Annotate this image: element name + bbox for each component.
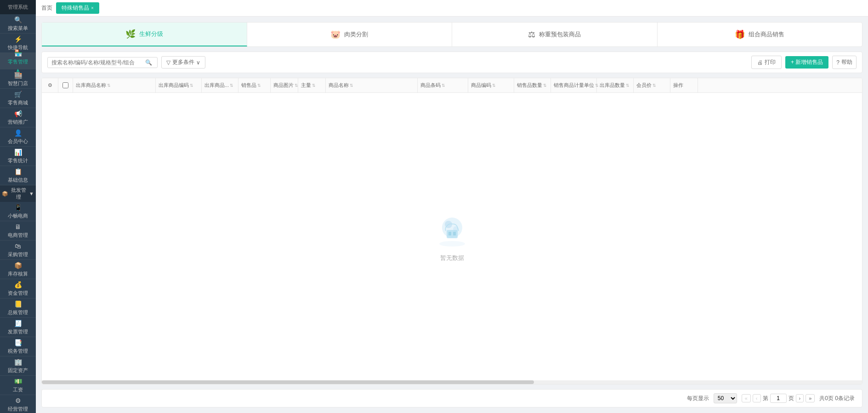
- th-goodscode-label: 商品编码: [471, 82, 491, 89]
- toolbar-left: 🔍 ▽ 更多条件 ∨: [47, 56, 205, 69]
- th-outcode-label: 出库商品编码: [159, 82, 189, 89]
- th-outcode[interactable]: 出库商品编码 ⇅: [156, 78, 202, 92]
- th-memberprice[interactable]: 会员价 ⇅: [634, 78, 670, 92]
- page-navigation: « ‹ 第 页 › »: [742, 394, 815, 403]
- sidebar-item-wholesale[interactable]: 📦 批发管理 ▼: [0, 185, 36, 202]
- scrollbar-thumb[interactable]: [42, 380, 534, 384]
- th-saleprod-label: 销售品: [241, 82, 256, 89]
- tab-weight-label: 称重预包装商品: [539, 30, 581, 39]
- sidebar-item-smartshop[interactable]: 🏬 智慧门店: [0, 69, 36, 89]
- per-page-select[interactable]: 50 10 20 100: [714, 393, 737, 403]
- print-label: 打印: [765, 58, 776, 66]
- close-tab-icon[interactable]: ×: [91, 6, 94, 11]
- sidebar-item-retailmall[interactable]: 🛒 零售商城: [0, 89, 36, 108]
- th-goodscode[interactable]: 商品编码 ⇅: [468, 78, 514, 92]
- th-outsku[interactable]: 出库商品... ⇅: [202, 78, 238, 92]
- data-table: ⚙ 出库商品名称 ⇅ 出库商品编码 ⇅ 出库商品... ⇅: [41, 78, 862, 384]
- th-saleprod[interactable]: 销售品 ⇅: [238, 78, 271, 92]
- sidebar-item-label: 批发管理: [10, 187, 27, 201]
- th-checkbox[interactable]: [58, 78, 73, 92]
- page-number-input[interactable]: [770, 394, 787, 403]
- sidebar-item-retail[interactable]: 🏪 零售管理 ▲: [0, 53, 36, 69]
- tab-fresh[interactable]: 🌿 生鲜分级: [42, 23, 247, 46]
- sort-icon: ⇅: [107, 83, 111, 88]
- sidebar-item-ops[interactable]: ⚙ 经营管理: [0, 395, 36, 413]
- member-icon: 👤: [14, 129, 22, 137]
- sidebar-item-marketing[interactable]: 📢 营销推广: [0, 108, 36, 127]
- print-button[interactable]: 🖨 打印: [751, 56, 782, 69]
- sidebar-item-member[interactable]: 👤 会员中心: [0, 127, 36, 147]
- th-weight[interactable]: 主量 ⇅: [298, 78, 326, 92]
- sidebar-item-invoice[interactable]: 🧾 发票管理: [0, 318, 36, 337]
- sidebar-item-label: 采购管理: [8, 251, 28, 258]
- first-page-button[interactable]: «: [742, 394, 751, 402]
- expand-icon: ▼: [29, 191, 34, 196]
- sidebar: 管理系统 🔍 搜索菜单 ⚡ 快捷导航 🏪 零售管理 ▲ 🏬 智慧门店 🛒 零售商…: [0, 0, 36, 413]
- sidebar-item-basics[interactable]: 📋 基础信息: [0, 166, 36, 185]
- sidebar-item-label: 营销推广: [8, 119, 28, 126]
- pagination-bar: 每页显示 50 10 20 100 « ‹ 第 页 › » 共0页 0条记录: [41, 389, 862, 407]
- sidebar-item-purchase[interactable]: 🛍 采购管理: [0, 241, 36, 260]
- tab-combo[interactable]: 🎁 组合商品销售: [658, 23, 862, 46]
- select-all-checkbox[interactable]: [62, 82, 68, 88]
- smartshop-icon: 🏬: [14, 71, 22, 79]
- prev-page-button[interactable]: ‹: [753, 394, 761, 402]
- th-outqty[interactable]: 出库品数量 ⇅: [597, 78, 634, 92]
- sidebar-item-retailstat[interactable]: 📊 零售统计: [0, 147, 36, 166]
- th-gear[interactable]: ⚙: [42, 78, 58, 92]
- filter-button[interactable]: ▽ 更多条件 ∨: [161, 56, 205, 69]
- sidebar-item-inventory[interactable]: 📦 库存核算: [0, 260, 36, 279]
- toolbar: 🔍 ▽ 更多条件 ∨ 🖨 打印 + 新增销售品 ? 帮助: [41, 52, 862, 73]
- sidebar-item-label: 固定资产: [8, 367, 28, 374]
- sort-icon: ⇅: [492, 83, 496, 88]
- th-outname[interactable]: 出库商品名称 ⇅: [73, 78, 156, 92]
- retail-icon: 🏪: [14, 49, 22, 57]
- search-box[interactable]: 🔍: [47, 57, 158, 68]
- sidebar-item-tax[interactable]: 📑 税务管理: [0, 337, 36, 356]
- page-label: 页: [789, 395, 794, 402]
- svg-point-0: [439, 241, 465, 247]
- sidebar-item-ecom[interactable]: 🖥 电商管理: [0, 221, 36, 241]
- horizontal-scrollbar[interactable]: [42, 380, 862, 384]
- tab-weight[interactable]: ⚖ 称重预包装商品: [452, 23, 658, 46]
- th-saleqty-label: 销售品数量: [517, 82, 542, 89]
- th-img[interactable]: 商品图片 ⇅: [271, 78, 298, 92]
- sidebar-item-ledger[interactable]: 📒 总账管理: [0, 298, 36, 318]
- sidebar-item-search[interactable]: 🔍 搜索菜单: [0, 14, 36, 34]
- sidebar-item-label: 税务管理: [8, 348, 28, 355]
- svg-rect-6: [453, 232, 456, 235]
- search-icon: 🔍: [145, 59, 152, 66]
- search-input[interactable]: [51, 59, 143, 66]
- th-saleunit-label: 销售商品计量单位: [554, 82, 594, 89]
- th-goodsname[interactable]: 商品名称 ⇅: [326, 78, 418, 92]
- th-saleunit[interactable]: 销售商品计量单位 ⇅: [551, 78, 597, 92]
- new-sale-button[interactable]: + 新增销售品: [785, 56, 828, 69]
- table-body-empty: 暂无数据: [42, 93, 862, 380]
- sidebar-item-salary[interactable]: 💵 工资: [0, 376, 36, 395]
- empty-text: 暂无数据: [440, 254, 464, 262]
- wholesale-icon: 📦: [2, 191, 8, 197]
- sort-icon: ⇅: [626, 83, 630, 88]
- weight-icon: ⚖: [528, 29, 535, 40]
- sidebar-item-finance[interactable]: 💰 资金管理: [0, 279, 36, 298]
- th-barcode[interactable]: 商品条码 ⇅: [418, 78, 468, 92]
- th-outqty-label: 出库品数量: [600, 82, 625, 89]
- gear-icon: ⚙: [48, 82, 52, 88]
- sidebar-item-label: 会员中心: [8, 138, 28, 145]
- th-outname-label: 出库商品名称: [76, 82, 106, 89]
- retailmall-icon: 🛒: [14, 91, 22, 98]
- th-saleqty[interactable]: 销售品数量 ⇅: [514, 78, 551, 92]
- sidebar-item-miniapp[interactable]: 📱 小畅电商: [0, 202, 36, 221]
- help-button[interactable]: ? 帮助: [832, 56, 857, 69]
- home-breadcrumb[interactable]: 首页: [41, 4, 52, 12]
- sidebar-item-assets[interactable]: 🏢 固定资产: [0, 356, 36, 376]
- sort-icon: ⇅: [257, 83, 261, 88]
- th-barcode-label: 商品条码: [420, 82, 441, 89]
- help-label: 帮助: [841, 58, 852, 66]
- sidebar-item-label: 零售商城: [8, 99, 28, 106]
- meat-icon: 🐷: [330, 29, 340, 40]
- next-page-button[interactable]: ›: [796, 394, 804, 402]
- tab-meat[interactable]: 🐷 肉类分割: [247, 23, 453, 46]
- last-page-button[interactable]: »: [806, 394, 815, 402]
- active-tab[interactable]: 特殊销售品 ×: [56, 2, 99, 14]
